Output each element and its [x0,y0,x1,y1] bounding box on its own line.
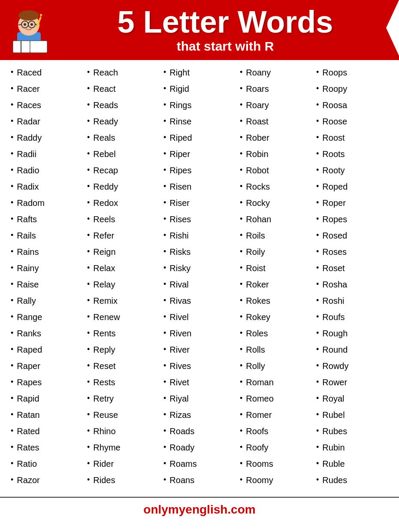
bullet-icon: • [316,328,319,339]
bullet-icon: • [87,377,90,387]
bullet-icon: • [11,328,13,339]
bullet-icon: • [11,83,13,94]
word-text: Roosa [322,99,347,111]
bullet-icon: • [316,165,319,175]
word-text: Reuse [93,409,118,421]
word-text: Rinse [169,115,191,127]
word-text: Roman [246,376,273,388]
list-item: •Reddy [87,178,159,195]
word-text: Roads [169,425,194,437]
bullet-icon: • [11,344,13,355]
bullet-icon: • [163,83,166,94]
word-text: Round [322,344,348,356]
bullet-icon: • [11,393,13,404]
bullet-icon: • [240,67,242,78]
list-item: •Robot [240,162,312,178]
list-item: •Roufs [316,309,388,325]
list-item: •Ripes [163,162,236,178]
word-text: Roomy [246,474,273,486]
list-item: •Rebel [87,146,159,162]
bullet-icon: • [11,442,13,453]
bullet-icon: • [163,246,166,257]
word-text: Rishi [169,230,188,242]
word-text: Roils [246,230,265,242]
word-text: Riven [169,327,191,339]
word-text: Roopy [322,83,347,95]
word-text: Rafts [17,213,37,225]
word-text: Roshi [322,295,344,307]
word-text: Roofy [246,441,268,453]
word-text: Reply [93,344,115,356]
word-text: Rider [93,458,114,470]
bullet-icon: • [87,148,90,159]
bullet-icon: • [316,116,319,127]
list-item: •Radom [11,195,83,211]
list-item: •Reals [87,130,159,146]
list-item: •Renew [87,309,159,325]
list-item: •Reign [87,244,159,260]
word-text: Roary [246,99,269,111]
column-5: •Roops•Roopy•Roosa•Roose•Roost•Roots•Roo… [314,64,390,488]
bullet-icon: • [163,475,166,485]
word-text: Raper [17,360,40,372]
bullet-icon: • [163,295,166,306]
list-item: •Rails [11,227,83,244]
word-text: Rober [246,132,269,144]
list-item: •Roary [240,97,312,113]
list-item: •Roset [316,260,388,276]
list-item: •Rokes [240,293,312,309]
list-item: •Reply [87,342,159,358]
list-item: •Ruble [316,456,388,472]
word-text: Rolly [246,360,265,372]
svg-point-9 [30,23,33,26]
list-item: •Rival [163,276,236,293]
word-text: Rocky [246,197,270,209]
list-item: •Rooms [240,456,312,472]
word-text: Rests [93,376,115,388]
word-text: Roany [246,66,271,79]
list-item: •Radii [11,146,83,162]
bullet-icon: • [316,458,319,469]
bullet-icon: • [87,197,90,208]
bullet-icon: • [163,442,166,453]
bullet-icon: • [87,230,90,241]
bullet-icon: • [240,165,242,175]
list-item: •Roams [163,456,236,472]
word-text: Relay [93,278,115,290]
word-text: Renew [93,311,120,323]
bullet-icon: • [11,214,13,224]
bullet-icon: • [316,393,319,404]
bullet-icon: • [11,263,13,273]
bullet-icon: • [316,230,319,241]
bullet-icon: • [11,181,13,192]
word-text: Rated [17,425,39,437]
word-text: Rubel [322,409,345,421]
bullet-icon: • [87,311,90,322]
word-text: Rebel [93,148,115,160]
list-item: •Racer [11,81,83,97]
word-text: Rohan [246,213,271,225]
list-item: •Rubes [316,423,388,439]
word-text: Riyal [169,393,188,405]
word-text: Rally [17,295,36,307]
bullet-icon: • [240,409,242,420]
svg-line-6 [18,24,21,25]
list-item: •Riven [163,325,236,342]
bullet-icon: • [11,279,13,290]
word-text: Racer [17,83,39,95]
list-item: •Roady [163,439,236,456]
list-item: •Roars [240,81,312,97]
word-text: Robot [246,164,269,176]
bullet-icon: • [316,311,319,322]
word-text: Raped [17,344,42,356]
bullet-icon: • [163,100,166,110]
bullet-icon: • [163,279,166,290]
list-item: •Riper [163,146,236,162]
bullet-icon: • [316,214,319,224]
word-text: Robin [246,148,268,160]
list-item: •Raise [11,276,83,293]
list-item: •Risky [163,260,236,276]
list-item: •Roker [240,276,312,293]
column-3: •Right•Rigid•Rings•Rinse•Riped•Riper•Rip… [161,64,238,488]
bullet-icon: • [163,360,166,371]
